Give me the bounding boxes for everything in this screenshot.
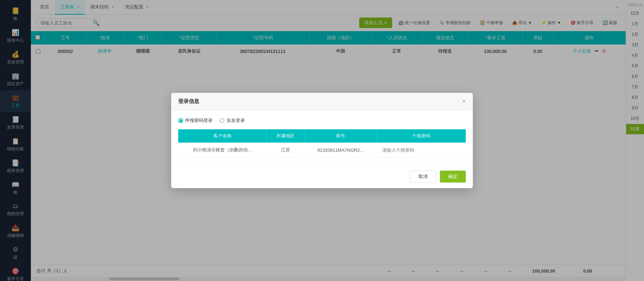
dialog-col-client: 客户名称 xyxy=(178,129,267,143)
dialog-table-row: 刘小艳演示账套（勿删勿动... 江苏 91320811MA7NGR2... xyxy=(178,143,466,158)
password-input[interactable] xyxy=(382,148,460,153)
dialog-title: 登录信息 xyxy=(178,98,199,105)
confirm-button[interactable]: 确定 xyxy=(440,171,466,183)
radio-group: 申报密码登录 实名登录 xyxy=(178,117,466,124)
dialog-header: 登录信息 × xyxy=(171,93,473,110)
dialog-table: 客户名称 所属地区 税号 个税密码 刘小艳演示账套（勿删勿动... 江苏 913… xyxy=(178,129,466,158)
radio-password-login[interactable]: 申报密码登录 xyxy=(178,117,213,124)
dialog-overlay: 登录信息 × 申报密码登录 实名登录 xyxy=(0,0,644,281)
dialog-password-cell[interactable] xyxy=(377,143,465,158)
dialog-col-region: 所属地区 xyxy=(267,129,304,143)
cancel-button[interactable]: 取消 xyxy=(410,171,436,183)
dialog-col-password: 个税密码 xyxy=(377,129,465,143)
dialog-footer: 取消 确定 xyxy=(171,165,473,188)
radio-btn-unchecked[interactable] xyxy=(220,118,224,123)
dialog-body: 申报密码登录 实名登录 客户名称 所属地区 税号 个税密码 xyxy=(171,110,473,165)
radio-btn-checked[interactable] xyxy=(178,118,183,123)
dialog-client-name: 刘小艳演示账套（勿删勿动... xyxy=(178,143,267,158)
dialog-close-btn[interactable]: × xyxy=(462,98,466,105)
dialog-col-tax-no: 税号 xyxy=(304,129,377,143)
dialog-tax-no: 91320811MA7NGR2... xyxy=(304,143,377,158)
dialog-region: 江苏 xyxy=(267,143,304,158)
radio-realname-login[interactable]: 实名登录 xyxy=(220,117,245,124)
login-dialog: 登录信息 × 申报密码登录 实名登录 xyxy=(171,93,473,188)
